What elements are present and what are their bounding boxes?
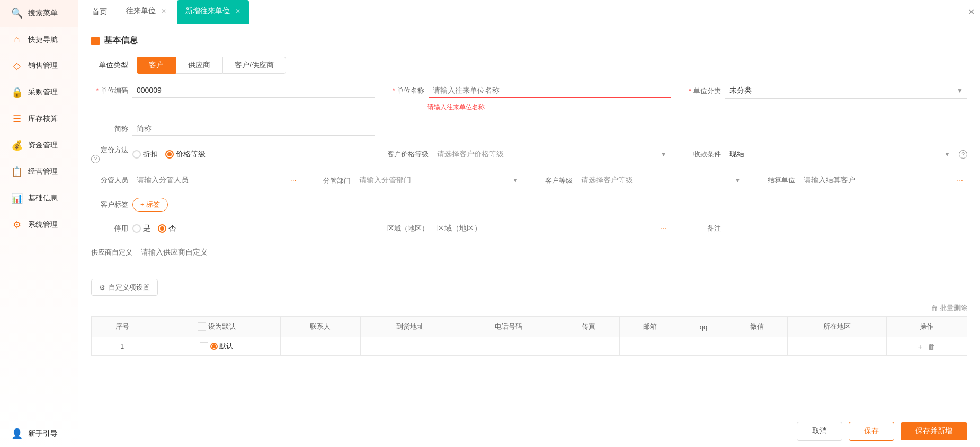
select-all-checkbox[interactable] (198, 322, 206, 331)
add-row-button[interactable]: + (918, 342, 923, 351)
chevron-down-icon: ▼ (944, 151, 950, 158)
disabled-no[interactable]: 否 (158, 224, 176, 233)
customer-price-field: 客户价格等级 请选择客户价格等级 ▼ (387, 147, 671, 162)
chevron-down-icon: ▼ (735, 177, 741, 184)
finance-icon: 💰 (11, 139, 23, 151)
settlement-label: 结算单位 (758, 176, 795, 185)
disabled-yes-radio[interactable] (132, 224, 141, 233)
payment-terms-select[interactable]: 现结 ▼ (725, 147, 955, 162)
section-divider (91, 269, 967, 269)
unit-btn-customer[interactable]: 客户 (137, 57, 176, 74)
price-level-radio[interactable] (165, 150, 174, 159)
sidebar-item-label: 资金管理 (28, 141, 58, 150)
chevron-down-icon: ▼ (512, 177, 519, 184)
save-button[interactable]: 保存 (849, 422, 894, 441)
purchase-icon: 🔒 (11, 86, 23, 98)
search-icon: 🔍 (11, 7, 23, 19)
section-header: 基本信息 (91, 35, 967, 46)
table-row: 1 默认 (92, 337, 967, 356)
region-input[interactable] (437, 224, 658, 232)
dept-select[interactable]: 请输入分管部门 ▼ (355, 173, 523, 188)
gear-icon: ⚙ (99, 284, 105, 292)
category-label: * 单位分类 (684, 86, 721, 96)
col-default: 设为默认 (153, 317, 280, 337)
save-and-new-button[interactable]: 保存并新增 (901, 422, 967, 440)
unit-btn-both[interactable]: 客户/供应商 (222, 57, 286, 74)
manager-input[interactable] (137, 176, 288, 184)
delete-row-button[interactable]: 🗑 (928, 342, 936, 351)
sales-icon: ◇ (11, 60, 23, 72)
custom-settings-button[interactable]: ⚙ 自定义项设置 (91, 279, 158, 296)
settlement-more-btn[interactable]: ··· (957, 176, 963, 184)
settlement-input-wrapper: ··· (799, 173, 968, 187)
pricing-price-level[interactable]: 价格等级 (165, 150, 206, 159)
row-phone (459, 337, 558, 356)
supplier-custom-label: 供应商自定义 (91, 248, 132, 257)
customer-level-label: 客户等级 (536, 176, 573, 186)
customer-level-field: 客户等级 请选择客户等级 ▼ (536, 173, 745, 188)
payment-terms-help-icon[interactable]: ? (959, 150, 967, 159)
row-email (619, 337, 681, 356)
manager-more-btn[interactable]: ··· (290, 176, 297, 184)
code-input[interactable] (132, 83, 375, 98)
add-tag-button[interactable]: + 标签 (132, 198, 168, 212)
pricing-discount[interactable]: 折扣 (132, 150, 158, 159)
inventory-icon: ☰ (11, 113, 23, 125)
supplier-custom-input[interactable] (137, 245, 967, 259)
basic-icon: 📊 (11, 192, 23, 204)
row-wechat (726, 337, 788, 356)
disabled-no-radio[interactable] (158, 224, 166, 233)
form-row-1: * 单位编码 * 单位名称 请输入往来单位名称 * 单位分类 (91, 83, 967, 112)
row-default-radio[interactable] (210, 343, 218, 350)
tab-close-all[interactable]: ✕ (968, 7, 975, 17)
tab-partners-label: 往来单位 (126, 6, 156, 16)
form-row-2: 简称 (91, 121, 967, 136)
col-qq: qq (681, 317, 726, 337)
name-error-msg: 请输入往来单位名称 (427, 103, 485, 112)
short-name-input[interactable] (132, 121, 375, 136)
sidebar-item-search[interactable]: 🔍 搜索菜单 (0, 0, 78, 27)
pricing-help-icon[interactable]: ? (91, 155, 100, 163)
sidebar-item-quicknav[interactable]: ⌂ 快捷导航 (0, 27, 78, 52)
form-row-5: 客户标签 + 标签 (91, 198, 967, 212)
form-row-6: 停用 是 否 区域（地区） ··· (91, 221, 967, 235)
chevron-down-icon: ▼ (957, 87, 963, 94)
payment-terms-label: 收款条件 (684, 150, 721, 159)
row-address (360, 337, 459, 356)
discount-radio[interactable] (132, 150, 141, 159)
region-more-btn[interactable]: ··· (661, 224, 667, 232)
remark-input[interactable] (725, 221, 967, 235)
unit-type-row: 单位类型 客户 供应商 客户/供应商 (91, 57, 967, 74)
sidebar-item-label: 采购管理 (28, 87, 58, 97)
sidebar-item-purchase[interactable]: 🔒 采购管理 (0, 79, 78, 106)
pricing-label: 定价方法 ? (91, 145, 128, 163)
unit-btn-supplier[interactable]: 供应商 (176, 57, 222, 74)
sidebar-item-operations[interactable]: 📋 经营管理 (0, 159, 78, 185)
sidebar-item-basic[interactable]: 📊 基础信息 (0, 185, 78, 212)
batch-delete-button[interactable]: 🗑 批量删除 (931, 303, 967, 313)
tags-label: 客户标签 (91, 200, 128, 209)
row-checkbox[interactable] (200, 342, 208, 350)
tab-new-partner-close[interactable]: ✕ (235, 7, 240, 15)
tab-partners-close[interactable]: ✕ (161, 7, 166, 15)
customer-level-select[interactable]: 请选择客户等级 ▼ (577, 173, 745, 188)
sidebar-item-system[interactable]: ⚙ 系统管理 (0, 212, 78, 238)
sidebar-item-inventory[interactable]: ☰ 库存核算 (0, 106, 78, 132)
tab-home[interactable]: 首页 (84, 3, 115, 21)
disabled-yes[interactable]: 是 (132, 224, 150, 233)
category-select[interactable]: 未分类 ▼ (725, 83, 967, 99)
tab-partners[interactable]: 往来单位 ✕ (118, 0, 175, 24)
settlement-input[interactable] (804, 176, 955, 184)
cancel-button[interactable]: 取消 (797, 422, 842, 441)
sidebar-item-guide[interactable]: 👤 新手引导 (0, 420, 78, 447)
pricing-radio-group: 折扣 价格等级 (132, 150, 206, 159)
col-wechat: 微信 (726, 317, 788, 337)
form-row-3: 定价方法 ? 折扣 价格等级 客户价格等级 请选择客户价 (91, 145, 967, 163)
name-input[interactable] (429, 83, 671, 98)
customer-price-select[interactable]: 请选择客户价格等级 ▼ (433, 147, 671, 162)
sidebar-item-finance[interactable]: 💰 资金管理 (0, 132, 78, 159)
tab-new-partner[interactable]: 新增往来单位 ✕ (177, 0, 249, 24)
sidebar-item-sales[interactable]: ◇ 销售管理 (0, 52, 78, 79)
remark-label: 备注 (684, 224, 721, 233)
supplier-custom-field: 供应商自定义 (91, 245, 967, 259)
